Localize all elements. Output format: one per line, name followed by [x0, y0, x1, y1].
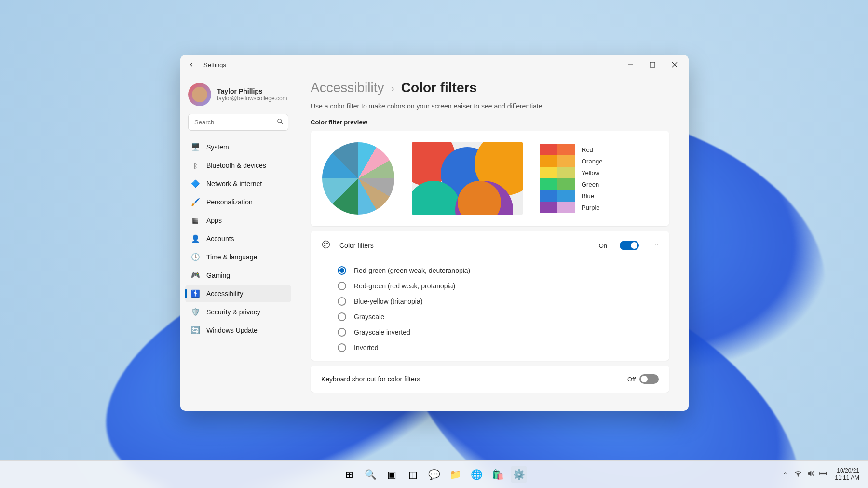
battery-icon[interactable] [819, 470, 828, 479]
color-filter-option[interactable]: Red-green (red weak, protanopia) [338, 282, 659, 290]
titlebar: Settings [180, 55, 689, 74]
sidebar-item-windows-update[interactable]: 🔄 Windows Update [185, 322, 291, 339]
keyboard-shortcut-card[interactable]: Keyboard shortcut for color filters Off [311, 366, 669, 393]
palette-label: Yellow [582, 169, 602, 176]
sidebar-item-accessibility[interactable]: 🚹 Accessibility [185, 285, 291, 302]
nav-icon: ▦ [191, 216, 200, 225]
radio-label: Red-green (green weak, deuteranopia) [354, 267, 470, 274]
search-input[interactable] [188, 114, 288, 131]
palette-label: Blue [582, 192, 602, 200]
nav-icon: ᛒ [191, 161, 200, 170]
taskbar-center: ⊞🔍▣◫💬📁🌐🛍️⚙️ [341, 466, 527, 483]
taskbar-edge-icon[interactable]: 🌐 [468, 466, 485, 483]
sidebar-item-label: Time & language [206, 253, 257, 261]
svg-rect-1 [650, 62, 655, 67]
svg-line-3 [281, 122, 283, 124]
palette-swatch [557, 190, 575, 202]
palette-swatch [557, 155, 575, 167]
app-title: Settings [203, 61, 226, 68]
svg-marker-9 [808, 471, 811, 475]
taskbar-file-explorer-icon[interactable]: 📁 [447, 466, 463, 483]
nav-icon: 🕒 [191, 253, 200, 261]
palette-swatch [540, 144, 557, 155]
preview-pie-chart [322, 142, 394, 215]
taskbar-search-icon[interactable]: 🔍 [362, 466, 379, 483]
page-description: Use a color filter to make colors on you… [311, 102, 669, 110]
sidebar-item-label: Gaming [206, 271, 230, 279]
nav-icon: 🎮 [191, 271, 200, 280]
taskbar-chat-icon[interactable]: 💬 [426, 466, 442, 483]
sidebar-item-personalization[interactable]: 🖌️ Personalization [185, 193, 291, 211]
color-filter-options: Red-green (green weak, deuteranopia) Red… [311, 260, 669, 361]
minimize-button[interactable] [619, 55, 641, 74]
palette-labels: RedOrangeYellowGreenBluePurple [582, 144, 602, 213]
maximize-button[interactable] [641, 55, 664, 74]
sidebar-item-bluetooth-devices[interactable]: ᛒ Bluetooth & devices [185, 157, 291, 174]
palette-label: Green [582, 181, 602, 188]
volume-icon[interactable] [807, 470, 814, 479]
back-button[interactable] [186, 59, 197, 70]
radio-icon [338, 312, 346, 321]
taskbar-settings-icon[interactable]: ⚙️ [511, 466, 527, 483]
taskbar-task-view-icon[interactable]: ▣ [383, 466, 400, 483]
radio-icon [338, 343, 346, 352]
palette-icon [321, 240, 331, 251]
sidebar-item-time-language[interactable]: 🕒 Time & language [185, 248, 291, 266]
color-filter-option[interactable]: Grayscale inverted [338, 328, 659, 337]
avatar [188, 83, 211, 106]
radio-icon [338, 297, 346, 306]
search-icon [277, 118, 284, 127]
close-button[interactable] [664, 55, 686, 74]
taskbar-clock[interactable]: 10/20/21 11:11 AM [835, 467, 859, 482]
wifi-icon[interactable] [794, 470, 802, 479]
nav-icon: 🚹 [191, 289, 200, 298]
breadcrumb-parent[interactable]: Accessibility [311, 80, 384, 95]
taskbar-store-icon[interactable]: 🛍️ [489, 466, 506, 483]
color-filters-row[interactable]: Color filters On ⌃ [311, 231, 669, 260]
tray-date: 10/20/21 [835, 467, 859, 474]
palette-swatch [540, 178, 557, 190]
nav-icon: 👤 [191, 234, 200, 243]
tray-overflow-icon[interactable]: ⌃ [783, 471, 787, 478]
nav-icon: 🛡️ [191, 308, 200, 316]
palette-grid [540, 144, 575, 213]
taskbar-widgets-icon[interactable]: ◫ [405, 466, 421, 483]
sidebar-item-label: Security & privacy [206, 308, 260, 316]
radio-label: Inverted [354, 344, 379, 352]
radio-label: Grayscale inverted [354, 328, 410, 336]
color-filter-option[interactable]: Grayscale [338, 312, 659, 321]
profile-block[interactable]: Taylor Phillips taylor@bellowscollege.co… [185, 81, 291, 112]
tray-time: 11:11 AM [835, 474, 859, 482]
nav-icon: 🖥️ [191, 143, 200, 151]
palette-label: Purple [582, 204, 602, 211]
keyboard-shortcut-toggle[interactable] [639, 374, 659, 384]
palette-label: Red [582, 146, 602, 153]
taskbar-start-icon[interactable]: ⊞ [341, 466, 357, 483]
sidebar-item-security-privacy[interactable]: 🛡️ Security & privacy [185, 303, 291, 321]
sidebar-item-label: Personalization [206, 198, 253, 206]
color-filters-card: Color filters On ⌃ Red-green (green weak… [311, 231, 669, 361]
taskbar: ⊞🔍▣◫💬📁🌐🛍️⚙️ ⌃ 10/20/21 11:11 AM [0, 460, 868, 488]
sidebar-item-apps[interactable]: ▦ Apps [185, 212, 291, 229]
settings-window: Settings Taylor Phillips taylor@bellowsc… [180, 55, 689, 411]
sidebar-item-label: Windows Update [206, 326, 258, 334]
palette-swatch [540, 167, 557, 178]
sidebar-item-label: Accessibility [206, 290, 243, 298]
palette-swatch [540, 155, 557, 167]
sidebar-item-system[interactable]: 🖥️ System [185, 138, 291, 156]
color-filter-option[interactable]: Inverted [338, 343, 659, 352]
radio-label: Red-green (red weak, protanopia) [354, 282, 455, 290]
color-filters-state-label: On [599, 242, 607, 249]
color-filter-option[interactable]: Red-green (green weak, deuteranopia) [338, 266, 659, 275]
sidebar-item-gaming[interactable]: 🎮 Gaming [185, 267, 291, 284]
color-filter-preview-card: RedOrangeYellowGreenBluePurple [311, 131, 669, 226]
color-filters-toggle[interactable] [620, 241, 639, 250]
preview-photo [412, 142, 523, 215]
sidebar-item-accounts[interactable]: 👤 Accounts [185, 230, 291, 247]
radio-label: Grayscale [354, 313, 384, 321]
breadcrumb: Accessibility › Color filters [311, 80, 669, 95]
svg-point-8 [798, 476, 799, 476]
radio-icon [338, 282, 346, 290]
sidebar-item-network-internet[interactable]: 🔷 Network & internet [185, 175, 291, 192]
color-filter-option[interactable]: Blue-yellow (tritanopia) [338, 297, 659, 306]
